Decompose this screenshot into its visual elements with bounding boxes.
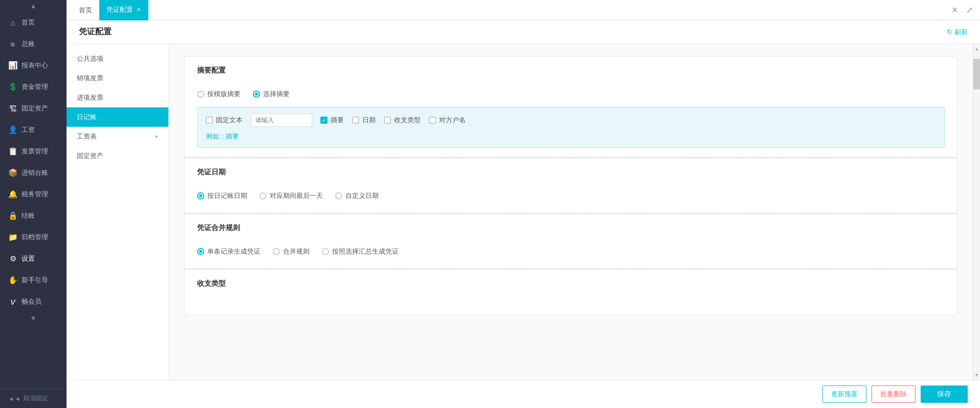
radio-period-last-circle [259, 192, 267, 199]
checkbox-date-label: 日期 [362, 116, 376, 125]
radio-template-summary[interactable]: 按模版摘要 [197, 89, 241, 99]
summary-section: 摘要配置 按模版摘要 选择摘要 [184, 56, 957, 157]
reports-icon: 📊 [8, 61, 17, 70]
radio-journal-date-circle [197, 192, 204, 199]
sidebar-unpin-button[interactable]: ◄◄ 取消固定 [0, 389, 67, 408]
tab-maximize-icon[interactable]: ⤢ [964, 4, 975, 16]
left-nav-payroll-table[interactable]: 工资表 ▾ [67, 127, 168, 146]
refresh-button[interactable]: ↻ 刷新 [947, 28, 968, 37]
save-button[interactable]: 保存 [921, 386, 968, 403]
sidebar-label-funds: 资金管理 [21, 82, 48, 92]
payroll-icon: 👤 [8, 125, 17, 134]
left-nav-purchase-label: 进项发票 [77, 93, 103, 102]
radio-single-circle [197, 248, 204, 255]
sidebar-label-invoice: 发票管理 [21, 147, 48, 156]
tax-icon: 🔔 [8, 190, 17, 199]
merge-section: 凭证合并规则 单条记录生成凭证 合并规则 [184, 214, 957, 269]
radio-merge-rule-circle [273, 248, 280, 255]
sidebar-label-guide: 新手引导 [21, 276, 48, 285]
sidebar-footer-label: 取消固定 [24, 394, 48, 403]
sidebar-item-reports[interactable]: 📊 报表中心 [0, 55, 67, 76]
sidebar-label-home: 首页 [21, 18, 35, 27]
radio-select-circle [253, 90, 260, 98]
checkbox-fixed-text-box [206, 117, 213, 124]
sidebar-label-archive: 归档管理 [21, 233, 48, 242]
scroll-down-arrow[interactable]: ▼ [973, 370, 980, 380]
close-accounts-icon: 🔒 [8, 211, 17, 220]
date-radio-group: 按日记账日期 对应期间最后一天 自定义日期 [197, 188, 945, 203]
sidebar-item-guide[interactable]: ✋ 新手引导 [0, 269, 67, 291]
radio-period-last[interactable]: 对应期间最后一天 [259, 191, 323, 200]
merge-section-title: 凭证合并规则 [185, 214, 957, 239]
right-content: 摘要配置 按模版摘要 选择摘要 [169, 44, 973, 380]
settings-icon: ⚙ [8, 254, 17, 263]
radio-select-merge[interactable]: 按照选择汇总生成凭证 [322, 247, 399, 256]
guide-icon: ✋ [8, 276, 17, 285]
sidebar-scroll-up[interactable]: ▲ [0, 0, 67, 12]
sidebar-item-tax[interactable]: 🔔 税务管理 [0, 184, 67, 205]
ledger-icon: ≡ [8, 40, 17, 49]
checkbox-config-area: 固定文本 ✓ 摘要 日期 [197, 107, 945, 148]
sidebar-item-payroll[interactable]: 👤 工资 [0, 119, 67, 141]
radio-journal-date[interactable]: 按日记账日期 [197, 191, 247, 200]
left-nav: 公共选项 销项发票 进项发票 日记账 工资表 ▾ [67, 44, 169, 380]
left-nav-fixed-assets[interactable]: 固定资产 [67, 146, 168, 166]
radio-select-summary[interactable]: 选择摘要 [253, 89, 290, 99]
radio-journal-date-label: 按日记账日期 [207, 191, 247, 200]
checkbox-fixed-text[interactable]: 固定文本 [206, 116, 243, 125]
scroll-thumb[interactable] [973, 59, 980, 89]
purchases-icon: 📦 [8, 168, 17, 177]
sidebar-item-funds[interactable]: 💲 资金管理 [0, 76, 67, 98]
update-preset-button[interactable]: 更新预置 [822, 386, 866, 403]
sidebar-label-settings: 设置 [21, 254, 35, 263]
sidebar-item-ledger[interactable]: ≡ 总账 [0, 33, 67, 55]
sidebar-label-tax: 税务管理 [21, 190, 48, 199]
income-type-section: 收支类型 [184, 269, 957, 315]
checkbox-counterparty[interactable]: 对方户名 [429, 116, 466, 125]
checkbox-counterparty-box [429, 117, 436, 124]
sidebar-item-assets[interactable]: 🏗 固定资产 [0, 98, 67, 119]
tab-voucher-config-label: 凭证配置 [106, 5, 133, 14]
sidebar-item-invoice[interactable]: 📋 发票管理 [0, 141, 67, 162]
checkbox-summary[interactable]: ✓ 摘要 [320, 116, 344, 125]
tab-voucher-config[interactable]: 凭证配置 ✕ [99, 0, 148, 20]
tab-close-window-icon[interactable]: ✕ [949, 4, 960, 16]
batch-delete-button[interactable]: 批量删除 [872, 386, 916, 403]
sidebar-item-settings[interactable]: ⚙ 设置 [0, 248, 67, 269]
pin-icon: ◄◄ [8, 395, 20, 402]
left-nav-journal[interactable]: 日记账 [67, 107, 168, 127]
left-nav-public[interactable]: 公共选项 [67, 49, 168, 69]
radio-select-merge-label: 按照选择汇总生成凭证 [332, 247, 399, 256]
sidebar-scroll-down[interactable]: ▼ [0, 312, 67, 324]
sidebar-item-purchases[interactable]: 📦 进销台账 [0, 162, 67, 184]
sidebar-label-ledger: 总账 [21, 39, 35, 49]
left-nav-sales[interactable]: 销项发票 [67, 69, 168, 88]
sidebar-item-home[interactable]: ⌂ 首页 [0, 12, 67, 33]
radio-custom-date-label: 自定义日期 [345, 191, 379, 200]
left-nav-purchase[interactable]: 进项发票 [67, 88, 168, 107]
archive-icon: 📁 [8, 233, 17, 242]
scroll-up-arrow[interactable]: ▲ [973, 44, 980, 54]
income-type-section-title: 收支类型 [185, 270, 957, 294]
tab-close-icon[interactable]: ✕ [136, 6, 141, 13]
checkbox-income-type[interactable]: 收支类型 [384, 116, 421, 125]
income-type-section-body [185, 294, 957, 315]
chevron-down-icon: ▾ [155, 133, 158, 140]
page-content: 凭证配置 ↻ 刷新 公共选项 销项发票 进项发票 [67, 20, 980, 408]
radio-custom-date[interactable]: 自定义日期 [335, 191, 379, 200]
sidebar-item-close[interactable]: 🔒 结账 [0, 205, 67, 226]
checkbox-row: 固定文本 ✓ 摘要 日期 [206, 114, 936, 127]
sidebar-item-member[interactable]: V 畅会员 [0, 291, 67, 312]
radio-select-merge-circle [322, 248, 329, 255]
radio-single[interactable]: 单条记录生成凭证 [197, 247, 260, 256]
tab-home[interactable]: 首页 [72, 0, 99, 20]
fixed-text-input[interactable] [251, 114, 312, 127]
checkbox-date[interactable]: 日期 [352, 116, 376, 125]
outer-scrollbar[interactable]: ▲ ▼ [973, 44, 980, 380]
left-nav-sales-label: 销项发票 [77, 74, 103, 83]
sidebar-item-archive[interactable]: 📁 归档管理 [0, 226, 67, 248]
radio-merge-rule[interactable]: 合并规则 [273, 247, 310, 256]
left-nav-fixed-assets-label: 固定资产 [77, 151, 103, 161]
date-section-body: 按日记账日期 对应期间最后一天 自定义日期 [185, 183, 957, 213]
radio-single-label: 单条记录生成凭证 [207, 247, 260, 256]
